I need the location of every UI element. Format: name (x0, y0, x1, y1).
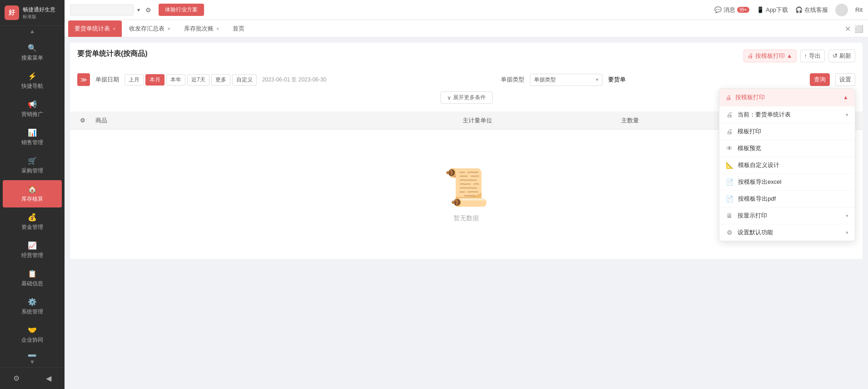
basic-icon: 📋 (28, 269, 37, 278)
type-select[interactable]: 单据类型 ▾ (530, 74, 603, 86)
date-btn-自定义[interactable]: 自定义 (232, 74, 257, 86)
online-support-btn[interactable]: 🎧 在线客服 (795, 6, 828, 14)
expand-label: 展开更多条件 (453, 94, 486, 101)
date-quick-btns: 上月本月本年近7天更多自定义 (125, 74, 257, 86)
sidebar-item-guide[interactable]: 🆕 新手引导 (3, 349, 62, 357)
sidebar-label-marketing: 营销推广 (21, 111, 43, 118)
settings-label: 设置 (839, 76, 851, 84)
app-download-icon: 📱 (757, 6, 764, 13)
dropdown-item-template-design[interactable]: 📐 模板自定义设计 (719, 157, 855, 173)
tab-batch[interactable]: 库存批次账 × (178, 20, 225, 37)
gear-icon[interactable]: ⚙ (145, 6, 151, 14)
export-btn[interactable]: ↑ 导出 (800, 50, 825, 62)
page-action-bar: 🖨 按模板打印 ▲ ↑ 导出 ↺ 刷新 (743, 50, 855, 62)
print-btn[interactable]: 🖨 按模板打印 ▲ (743, 50, 797, 62)
date-btn-近7天[interactable]: 近7天 (187, 74, 210, 86)
message-label: 消息 (723, 6, 735, 14)
tab-close-batch[interactable]: × (216, 26, 219, 31)
sidebar-item-purchase[interactable]: 🛒 采购管理 (3, 152, 62, 179)
tab-close-order-stats[interactable]: × (113, 26, 115, 31)
search-dropdown-btn[interactable]: ▾ (137, 7, 140, 13)
sidebar-item-shortcut[interactable]: ⚡ 快捷导航 (3, 67, 62, 95)
col-settings-header[interactable]: ⚙ (74, 117, 92, 124)
search-icon: 🔍 (28, 44, 37, 52)
sidebar-item-sales[interactable]: 📊 销售管理 (3, 124, 62, 151)
date-btn-本月[interactable]: 本月 (145, 74, 165, 86)
display-print-icon: 🖥 (726, 212, 733, 219)
template-print-label: 模板打印 (738, 127, 761, 136)
dropdown-current-item[interactable]: 🖨 当前：要货单统计表 ▾ (719, 106, 855, 123)
filter-expand-btn[interactable]: ≫ (77, 73, 90, 86)
display-print-sub: 按显示打印 ▾ (738, 212, 848, 220)
page-area: 要货单统计表(按商品) 🖨 按模板打印 ▲ ↑ 导出 ↺ 刷新 (65, 37, 868, 389)
dropdown-header[interactable]: 🖨 按模板打印 ▲ (719, 89, 855, 106)
close-window-btn[interactable]: ✕ (844, 23, 852, 34)
message-btn[interactable]: 💬 消息 99+ (714, 6, 749, 14)
dropdown-item-template-excel[interactable]: 📄 按模板导出excel (719, 173, 855, 190)
logo-area: 好 畅捷通好生意 标准版 (0, 0, 65, 26)
main-content: ▾ ⚙ 体验行业方案 💬 消息 99+ 📱 App下载 🎧 在线客服 Rit 要… (65, 0, 868, 389)
sidebar-item-search[interactable]: 🔍 搜索菜单 (3, 39, 62, 66)
sidebar-item-enterprise[interactable]: 🤝 企业协同 (3, 321, 62, 349)
scroll-up-btn[interactable]: ▲ (0, 26, 65, 36)
current-item-sub: 当前：要货单统计表 ▾ (738, 111, 848, 119)
order-type-label: 要货单 (608, 76, 626, 83)
dropdown-item-template-print[interactable]: 🖨 模板打印 (719, 123, 855, 140)
sidebar-label-search: 搜索菜单 (21, 54, 43, 62)
page-title: 要货单统计表(按商品) (77, 49, 148, 59)
dropdown-header-right: ▲ (843, 94, 848, 101)
settings-footer-btn[interactable]: ⚙ (10, 372, 23, 384)
page-header: 要货单统计表(按商品) 🖨 按模板打印 ▲ ↑ 导出 ↺ 刷新 (70, 43, 863, 69)
app-download-btn[interactable]: 📱 App下载 (757, 6, 788, 14)
username-label: Rit (855, 6, 863, 13)
expand-more-btn[interactable]: ∨ 展开更多条件 (440, 91, 493, 104)
date-btn-上月[interactable]: 上月 (125, 74, 144, 86)
sidebar-label-purchase: 采购管理 (21, 167, 43, 175)
expand-icon: ∨ (447, 95, 451, 101)
refresh-icon: ↺ (833, 52, 838, 59)
sidebar-item-basic[interactable]: 📋 基础信息 (3, 265, 62, 292)
print-label: 按模板打印 (755, 52, 785, 60)
sidebar-label-basic: 基础信息 (21, 280, 43, 288)
sidebar-label-inventory: 库存核算 (21, 195, 43, 203)
sidebar-item-inventory[interactable]: 🏠 库存核算 (3, 180, 62, 207)
sidebar-item-operation[interactable]: 📈 经营管理 (3, 237, 62, 264)
user-avatar[interactable] (835, 4, 848, 16)
dropdown-item-template-preview[interactable]: 👁 模板预览 (719, 140, 855, 157)
dropdown-header-label: 按模板打印 (735, 93, 765, 101)
sidebar-item-system[interactable]: ⚙️ 系统管理 (3, 293, 62, 320)
tab-close-receipt-summary[interactable]: × (167, 26, 170, 31)
refresh-btn[interactable]: ↺ 刷新 (828, 50, 855, 62)
collapse-footer-btn[interactable]: ◀ (42, 372, 55, 384)
date-btn-本年[interactable]: 本年 (166, 74, 185, 86)
dropdown-item-display-print[interactable]: 🖥 按显示打印 ▾ (719, 207, 855, 224)
sidebar-item-finance[interactable]: 💰 资金管理 (3, 208, 62, 236)
message-icon: 💬 (714, 6, 722, 13)
date-btn-更多[interactable]: 更多 (211, 74, 230, 86)
message-badge: 99+ (737, 7, 749, 13)
marketing-icon: 📢 (28, 100, 37, 109)
current-icon: 🖨 (726, 111, 733, 118)
dropdown-item-default-func[interactable]: ⚙ 设置默认功能 ▾ (719, 224, 855, 241)
display-print-chevron: ▾ (846, 213, 848, 219)
maximize-btn[interactable]: ⬜ (853, 23, 864, 34)
operation-icon: 📈 (28, 241, 37, 250)
date-label: 单据日期 (95, 76, 119, 84)
scroll-down-btn[interactable]: ▼ (0, 357, 65, 367)
tab-receipt-summary[interactable]: 收发存汇总表 × (123, 20, 176, 37)
type-chevron-icon: ▾ (596, 76, 599, 83)
trial-btn[interactable]: 体验行业方案 (159, 4, 204, 16)
col-qty-header: 主数量 (554, 116, 706, 125)
sidebar-item-marketing[interactable]: 📢 营销推广 (3, 96, 62, 123)
tab-home[interactable]: 首页 (226, 20, 251, 37)
default-func-sub: 设置默认功能 ▾ (738, 228, 848, 237)
search-input[interactable] (70, 5, 134, 15)
logo-text: 畅捷通好生意 标准版 (23, 6, 55, 20)
tab-order-stats[interactable]: 要货单统计表 × (68, 20, 122, 37)
print-header-icon: 🖨 (726, 94, 732, 101)
template-preview-sub: 模板预览 (738, 144, 848, 152)
dropdown-item-template-pdf[interactable]: 📄 按模板导出pdf (719, 190, 855, 207)
settings-btn[interactable]: 设置 (835, 73, 855, 86)
col-unit-header: 主计量单位 (401, 116, 554, 125)
query-btn[interactable]: 查询 (810, 73, 830, 86)
